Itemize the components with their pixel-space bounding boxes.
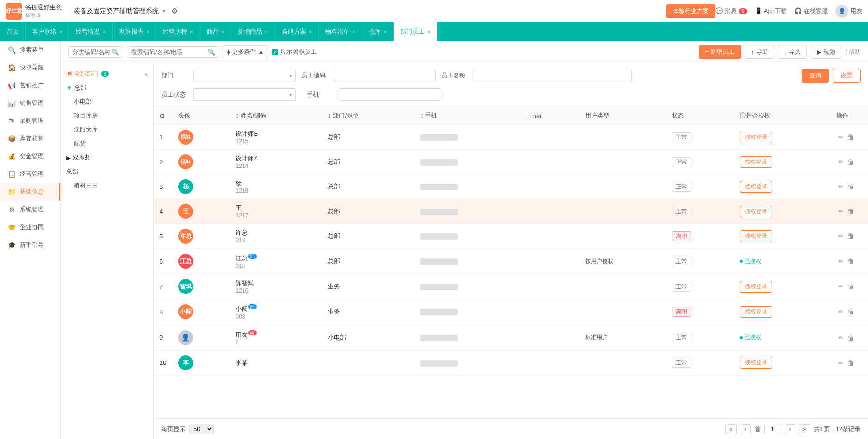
row-auth[interactable]: 授权登录 [734,224,831,249]
tab-operation[interactable]: 经营情况 × [69,22,112,41]
delete-button[interactable]: 🗑 [846,358,856,368]
close-icon[interactable]: × [190,29,193,35]
tree-item-zhishu[interactable]: 植树王三 [61,179,153,193]
delete-button[interactable]: 🗑 [846,307,856,316]
help-text[interactable]: | 帮助 [845,48,861,56]
row-auth[interactable]: 授权登录 [734,174,831,199]
edit-button[interactable]: ✏ [836,282,846,291]
all-dept-label[interactable]: ▣ 全部部门 [66,70,98,78]
dept-filter-select[interactable] [193,70,296,82]
export-button[interactable]: ↑ 导出 [745,45,774,59]
emp-status-select[interactable] [193,88,296,101]
phone-input[interactable] [339,88,441,101]
dropdown-arrow-icon[interactable]: ▾ [162,7,166,14]
sidebar-item-purchase[interactable]: 🛍 采购管理 [0,112,60,130]
close-icon[interactable]: × [384,29,387,35]
emp-code-input[interactable] [333,70,436,82]
tab-goods[interactable]: 商品 × [200,22,231,41]
query-button[interactable]: 查询 [802,69,829,83]
close-icon[interactable]: × [103,29,105,35]
sidebar-item-marketing[interactable]: 📢 营销推广 [0,77,60,94]
row-auth[interactable]: 授权登录 [734,350,831,375]
search-bar[interactable]: 🔍 [127,46,219,58]
close-icon[interactable]: × [265,29,268,35]
close-icon[interactable]: × [146,29,149,35]
edit-button[interactable]: ✏ [836,157,846,167]
close-icon[interactable]: × [309,29,312,35]
tab-customer[interactable]: 客户联络 × [26,22,69,41]
row-auth[interactable]: 授权登录 [734,125,831,150]
search-input[interactable] [131,49,206,56]
sidebar-item-system[interactable]: ⚙ 系统管理 [0,201,60,218]
tree-item-project-storage[interactable]: 项目库房 [61,109,153,123]
edit-button[interactable]: ✏ [836,257,846,266]
tab-warehouse[interactable]: 仓库 × [362,22,394,41]
video-button[interactable]: ▶ 视频 [811,45,841,59]
col-settings[interactable]: ⚙ [154,107,173,125]
row-auth[interactable]: 已授权 [734,325,831,350]
tab-bom[interactable]: 物料清单 × [319,22,362,41]
edit-button[interactable]: ✏ [836,358,846,368]
edit-button[interactable]: ✏ [836,207,846,216]
online-service-button[interactable]: 🎧 在线客服 [794,7,828,15]
edit-button[interactable]: ✏ [836,307,846,316]
first-page-button[interactable]: « [725,424,737,434]
auth-login-button[interactable]: 授权登录 [740,357,772,369]
page-number-input[interactable] [764,424,781,434]
tab-profit[interactable]: 利润报告 × [113,22,156,41]
sidebar-item-collab[interactable]: 🤝 企业协同 [0,218,60,236]
delete-button[interactable]: 🗑 [846,182,856,191]
delete-button[interactable]: 🗑 [846,207,856,216]
tab-barcode[interactable]: 条码方案 × [275,22,319,41]
category-search[interactable]: 🔍 [68,46,123,58]
delete-button[interactable]: 🗑 [846,257,856,266]
auth-login-button[interactable]: 授权登录 [740,156,772,168]
tab-home[interactable]: 首页 [0,22,26,41]
import-button[interactable]: ↓ 导入 [778,45,807,59]
delete-button[interactable]: 🗑 [846,333,856,342]
row-auth[interactable]: 授权登录 [734,150,831,174]
auth-login-button[interactable]: 授权登录 [740,132,772,143]
auth-login-button[interactable]: 授权登录 [740,281,772,293]
sidebar-item-basic[interactable]: 📁 基础信息 [0,183,60,201]
edit-button[interactable]: ✏ [836,231,846,241]
show-resigned-toggle[interactable]: ✓ 显示离职员工 [272,48,317,56]
edit-button[interactable]: ✏ [836,182,846,191]
app-download-button[interactable]: 📱 App下载 [755,7,787,15]
sidebar-item-quicknav[interactable]: 🏠 快捷导航 [0,59,60,77]
reset-button[interactable]: 设置 [833,69,861,83]
close-icon[interactable]: × [59,29,62,35]
more-filter-button[interactable]: ⧫ 更多条件 ▲ [223,45,268,58]
add-employee-button[interactable]: + 新增员工 [699,45,741,59]
trial-button[interactable]: 体验行业方案 [666,4,715,18]
tree-item-general[interactable]: ▼ 总部 [61,81,153,95]
auth-login-button[interactable]: 授权登录 [740,206,772,217]
row-auth[interactable]: 已授权 [734,249,831,274]
gear-icon[interactable]: ⚙ [171,7,178,15]
edit-button[interactable]: ✏ [836,333,846,342]
user-area[interactable]: 👤 用友 [835,5,862,18]
last-page-button[interactable]: » [799,424,811,434]
col-phone[interactable]: ↕ 手机 [415,107,521,125]
sidebar-item-sales[interactable]: 📊 销售管理 [0,94,60,112]
auth-login-button[interactable]: 授权登录 [740,230,772,242]
close-icon[interactable]: × [352,29,355,35]
tree-item-distribution[interactable]: 配货 [61,137,153,151]
auth-login-button[interactable]: 授权登录 [740,181,772,193]
col-dept[interactable]: ↕ 部门/职位 [322,107,415,125]
delete-button[interactable]: 🗑 [846,282,856,291]
tree-item-hq[interactable]: 总部 [61,165,153,179]
sidebar-item-guide[interactable]: 🎓 新手引导 [0,236,60,254]
per-page-select[interactable]: 50 100 [189,424,214,434]
row-auth[interactable]: 授权登录 [734,299,831,325]
row-auth[interactable]: 授权登录 [734,199,831,224]
tab-employee[interactable]: 部门员工 × [394,22,437,41]
tree-item-small-elec[interactable]: 小电部 [61,95,153,109]
delete-button[interactable]: 🗑 [846,157,856,167]
sidebar-item-finance[interactable]: 💰 资金管理 [0,147,60,165]
collapse-panel-icon[interactable]: « [145,70,148,77]
sidebar-item-search[interactable]: 🔍 搜索菜单 [0,41,60,59]
auth-login-button[interactable]: 授权登录 [740,306,772,318]
tree-item-shenyang[interactable]: 沈阳大库 [61,123,153,137]
emp-name-input[interactable] [473,70,632,82]
